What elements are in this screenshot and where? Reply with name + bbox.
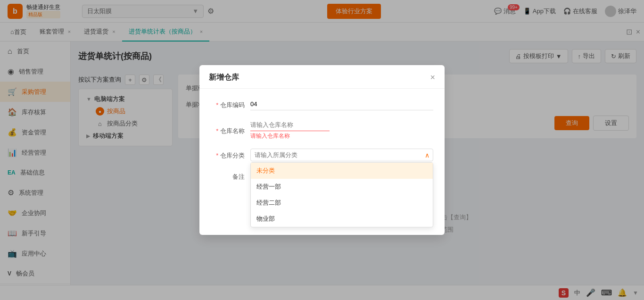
dropdown-item-unclassified[interactable]: 未分类 xyxy=(251,163,433,179)
warehouse-category-input[interactable] xyxy=(250,149,433,161)
category-dropdown-menu: 未分类 经营一部 经营二部 物业部 xyxy=(250,162,433,227)
warehouse-name-row: 仓库名称 请输入仓库名称 xyxy=(211,119,433,140)
dialog-title: 新增仓库 xyxy=(209,73,239,83)
dropdown-item-dept1[interactable]: 经营一部 xyxy=(251,179,433,195)
dropdown-item-dept2[interactable]: 经营二部 xyxy=(251,195,433,211)
dialog-body: 仓库编码 仓库名称 请输入仓库名称 仓库分类 ∧ xyxy=(199,89,445,200)
warehouse-category-label: 仓库分类 xyxy=(211,149,245,160)
warehouse-name-input[interactable] xyxy=(250,119,330,131)
warehouse-category-row: 仓库分类 ∧ 未分类 经营一部 经营二部 物业部 xyxy=(211,149,433,161)
dialog-close-btn[interactable]: × xyxy=(430,73,435,83)
warehouse-code-label: 仓库编码 xyxy=(211,98,245,109)
new-warehouse-dialog: 新增仓库 × 仓库编码 仓库名称 请输入仓库名称 xyxy=(199,65,445,235)
note-label: 备注 xyxy=(211,170,245,181)
warehouse-category-select-wrapper: ∧ 未分类 经营一部 经营二部 物业部 xyxy=(250,149,433,161)
modal-overlay: 新增仓库 × 仓库编码 仓库名称 请输入仓库名称 xyxy=(0,0,644,300)
warehouse-name-label: 仓库名称 xyxy=(211,124,245,135)
warehouse-code-input[interactable] xyxy=(250,98,433,110)
dropdown-item-property[interactable]: 物业部 xyxy=(251,211,433,227)
dialog-header: 新增仓库 × xyxy=(199,65,445,89)
warehouse-code-row: 仓库编码 xyxy=(211,98,433,110)
warehouse-name-error: 请输入仓库名称 xyxy=(250,132,433,140)
